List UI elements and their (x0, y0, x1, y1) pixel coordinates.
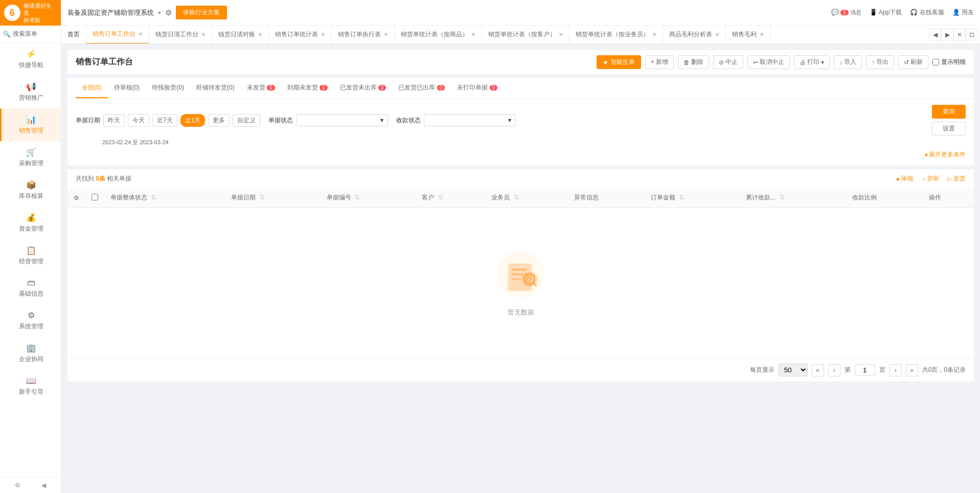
filter-date-more[interactable]: 更多 (208, 114, 230, 127)
tab-home[interactable]: 首页 (61, 26, 86, 44)
topbar-settings-icon[interactable]: ⚙ (165, 8, 172, 17)
tab-sales-unified-customer[interactable]: 销货单统计表（按客户） ✕ (482, 26, 569, 44)
tab-close-unified-customer[interactable]: ✕ (559, 32, 563, 37)
last-page-btn[interactable]: » (906, 364, 918, 376)
export-btn[interactable]: ↑ 导出 (866, 55, 894, 69)
select-all-checkbox[interactable] (92, 194, 98, 200)
tab-close-sales-profit[interactable]: ✕ (760, 32, 764, 37)
tab-sales-workbench[interactable]: 销售订单工作台 ✕ (86, 26, 149, 44)
filter-tab-shipped-not-out[interactable]: 已发货未出库 0 (334, 78, 393, 98)
tab-sales-unified-product[interactable]: 销货单统计表（按商品） ✕ (395, 26, 482, 44)
import-btn[interactable]: ↓ 导入 (834, 55, 862, 69)
tab-sales-stats[interactable]: 销售订单统计表 ✕ (269, 26, 332, 44)
tab-product-margin[interactable]: 商品毛利分析表 ✕ (663, 26, 726, 44)
filter-date-1month[interactable]: 近1月 (180, 114, 206, 127)
tab-close-cash-reconcile[interactable]: ✕ (258, 32, 262, 37)
sidebar-item-marketing[interactable]: 📢 营销推广 (0, 76, 61, 108)
delete-btn[interactable]: 🗑 删除 (678, 55, 709, 69)
empty-state: 暂无数据 (67, 208, 974, 358)
sidebar-item-quick-nav[interactable]: ⚡ 快捷导航 (0, 43, 61, 76)
batch-cancel-btn[interactable]: ○ 弃审 (922, 174, 939, 183)
col-collected[interactable]: 累计收款... ⇅ (740, 188, 846, 208)
tab-close-sales-exec[interactable]: ✕ (384, 32, 388, 37)
cancel-icon: ○ (922, 175, 925, 183)
col-status[interactable]: 单据整体状态 ⇅ (104, 188, 225, 208)
tab-close-cash-daily[interactable]: ✕ (201, 32, 206, 37)
message-icon[interactable]: 💬 6 消息 (831, 9, 861, 16)
cancel-stop-btn[interactable]: ↩ 取消中止 (747, 55, 790, 69)
query-btn[interactable]: 查询 (932, 105, 966, 119)
show-detail-checkbox[interactable] (932, 59, 939, 65)
col-checkbox[interactable] (85, 188, 104, 208)
filter-status-select[interactable]: ▾ (296, 114, 388, 126)
sidebar-item-sales[interactable]: 📊 销售管理 (0, 108, 61, 141)
sidebar-item-purchase[interactable]: 🛒 采购管理 (0, 141, 61, 174)
first-page-btn[interactable]: « (812, 364, 824, 376)
prev-page-btn[interactable]: ‹ (828, 364, 840, 376)
batch-ship-btn[interactable]: ▷ 发货 (947, 174, 966, 183)
filter-tab-all[interactable]: 全部(0) (76, 78, 108, 98)
empty-icon (495, 249, 546, 300)
filter-tab-pending-review[interactable]: 待审核(0) (108, 78, 146, 98)
stop-btn[interactable]: ⊘ 中止 (713, 55, 743, 69)
set-btn[interactable]: 设置 (932, 122, 966, 136)
system-icon: ⚙ (28, 310, 35, 320)
tab-sales-exec[interactable]: 销售订单执行表 ✕ (332, 26, 395, 44)
filter-date-custom[interactable]: 自定义 (233, 114, 260, 127)
next-page-btn[interactable]: › (890, 364, 902, 376)
col-date[interactable]: 单据日期 ⇅ (225, 188, 320, 208)
filter-payment-select[interactable]: ▾ (424, 114, 516, 126)
per-page-select[interactable]: 50 10 20 100 (779, 364, 808, 376)
user-menu[interactable]: 👤 用友 (952, 8, 974, 17)
tab-sales-unified-staff[interactable]: 销货单统计表（按业务员） ✕ (569, 26, 663, 44)
tab-close-unified-product[interactable]: ✕ (471, 32, 475, 37)
sidebar-item-enterprise[interactable]: 🏢 企业协同 (0, 337, 61, 370)
col-customer[interactable]: 客户 ⇅ (416, 188, 485, 208)
add-btn[interactable]: + 新增 (645, 55, 674, 69)
filter-date-today[interactable]: 今天 (128, 114, 149, 127)
settings-icon[interactable]: ⚙ (15, 482, 20, 489)
online-service-link[interactable]: 🎧 在线客服 (910, 8, 944, 17)
col-number[interactable]: 单据编号 ⇅ (321, 188, 416, 208)
tab-close-unified-staff[interactable]: ✕ (652, 32, 656, 37)
sidebar-item-operation[interactable]: 📋 经营管理 (0, 239, 61, 272)
filter-tab-not-shipped[interactable]: 未发货 0 (241, 78, 281, 98)
filter-date-yesterday[interactable]: 昨天 (103, 114, 125, 127)
sidebar-item-system[interactable]: ⚙ 系统管理 (0, 304, 61, 337)
tab-close-product-margin[interactable]: ✕ (715, 32, 719, 37)
filter-expand-btn[interactable]: ▾ 展开更多条件 (925, 150, 966, 159)
filter-tab-wangpu[interactable]: 旺铺待发货(0) (190, 78, 241, 98)
tab-sales-profit[interactable]: 销售毛利 ✕ (726, 26, 770, 44)
topbar-dropdown-icon[interactable]: ▾ (158, 9, 161, 16)
col-amount[interactable]: 订单金额 ⇅ (645, 188, 740, 208)
filter-tab-not-printed[interactable]: 未打印单据 0 (451, 78, 504, 98)
filter-tab-overdue[interactable]: 到期未发货 0 (281, 78, 334, 98)
page-input[interactable] (855, 364, 875, 376)
tab-scroll-right[interactable]: ▶ (941, 29, 953, 41)
trial-btn[interactable]: 体验行业方案 (176, 6, 227, 19)
sidebar-item-inventory[interactable]: 📦 库存核算 (0, 174, 61, 207)
sidebar-item-guide[interactable]: 📖 新手引导 (0, 370, 61, 402)
col-settings[interactable]: ⚙ (67, 188, 85, 208)
tab-maximize[interactable]: ⊡ (966, 29, 978, 41)
collapse-icon[interactable]: ◀ (41, 482, 46, 489)
batch-review-btn[interactable]: ● 审核 (896, 174, 914, 183)
filter-tab-pending-inspect[interactable]: 待拣验货(0) (146, 78, 190, 98)
col-staff[interactable]: 业务员 ⇅ (485, 188, 567, 208)
refresh-btn[interactable]: ↺ 刷新 (898, 55, 928, 69)
tab-close-current[interactable]: ✕ (953, 29, 966, 41)
sidebar-search[interactable]: 🔍 搜索菜单 (0, 26, 61, 43)
tab-scroll-left[interactable]: ◀ (929, 29, 941, 41)
show-detail-toggle[interactable]: 显示明细 (932, 58, 966, 66)
filter-date-7days[interactable]: 近7天 (152, 114, 177, 127)
tab-cash-reconcile[interactable]: 钱货日清对账 ✕ (212, 26, 269, 44)
smart-btn[interactable]: ★ 智能生单 (597, 55, 641, 69)
sidebar-item-basic-info[interactable]: 🗃 基础信息 (0, 272, 61, 304)
print-btn[interactable]: 🖨 打印 ▾ (794, 55, 830, 69)
tab-close-sales-workbench[interactable]: ✕ (139, 31, 143, 37)
tab-close-sales-stats[interactable]: ✕ (321, 32, 325, 37)
sidebar-item-finance[interactable]: 💰 资金管理 (0, 207, 61, 239)
app-download-link[interactable]: 📱 App下载 (870, 8, 902, 17)
filter-tab-shipped-out[interactable]: 已发货已出库 0 (392, 78, 451, 98)
tab-cash-daily[interactable]: 钱货日清工作台 ✕ (149, 26, 212, 44)
